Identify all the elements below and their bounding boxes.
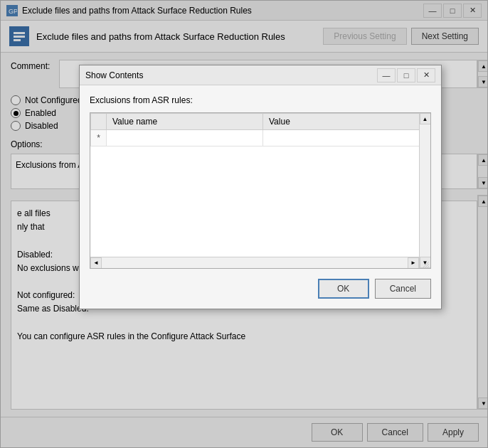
modal-content: Exclusions from ASR rules: Value name Va… [80, 85, 441, 279]
col-header-value: Value [263, 114, 430, 130]
table-scroll-left-icon: ◄ [93, 260, 99, 266]
modal-maximize-button[interactable]: □ [397, 68, 415, 82]
modal-title: Show Contents [85, 70, 377, 80]
modal-maximize-icon: □ [404, 71, 409, 80]
modal-table-container: Value name Value * [90, 112, 431, 269]
modal-close-icon: ✕ [423, 70, 430, 80]
show-contents-dialog: Show Contents — □ ✕ Exclusions from ASR … [79, 65, 442, 309]
table-header-row: Value name Value [91, 114, 430, 130]
table-scroll-right-btn[interactable]: ► [408, 257, 419, 269]
col-header-marker [91, 114, 107, 130]
table-cell-value[interactable] [263, 130, 430, 146]
table-scrollbar-h[interactable]: ◄ ► [90, 257, 419, 268]
modal-footer: OK Cancel [80, 279, 441, 309]
svg-line-8 [428, 266, 429, 267]
table-scroll-up-btn[interactable]: ▲ [420, 113, 431, 124]
table-cell-marker: * [91, 130, 107, 146]
modal-close-button[interactable]: ✕ [417, 68, 435, 82]
modal-cancel-button[interactable]: Cancel [375, 279, 431, 299]
main-window: GP Exclude files and paths from Attack S… [0, 0, 488, 448]
table-scroll-track [420, 124, 430, 257]
modal-overlay: Show Contents — □ ✕ Exclusions from ASR … [1, 1, 487, 447]
modal-controls: — □ ✕ [377, 68, 435, 82]
table-cell-value-name[interactable] [107, 130, 263, 146]
modal-minimize-button[interactable]: — [377, 68, 396, 82]
table-scroll-left-btn[interactable]: ◄ [90, 257, 102, 269]
modal-minimize-icon: — [383, 71, 391, 80]
col-header-value-name: Value name [107, 114, 263, 130]
modal-title-bar: Show Contents — □ ✕ [80, 65, 441, 85]
modal-subtitle: Exclusions from ASR rules: [90, 95, 431, 105]
resize-handle[interactable] [422, 260, 429, 267]
table-scroll-up-icon: ▲ [423, 116, 428, 122]
modal-ok-button[interactable]: OK [318, 279, 369, 299]
table-scroll-right-icon: ► [410, 260, 416, 266]
modal-table: Value name Value * [90, 113, 430, 146]
table-row[interactable]: * [91, 130, 430, 146]
table-scrollbar-v[interactable]: ▲ ▼ [419, 113, 430, 268]
